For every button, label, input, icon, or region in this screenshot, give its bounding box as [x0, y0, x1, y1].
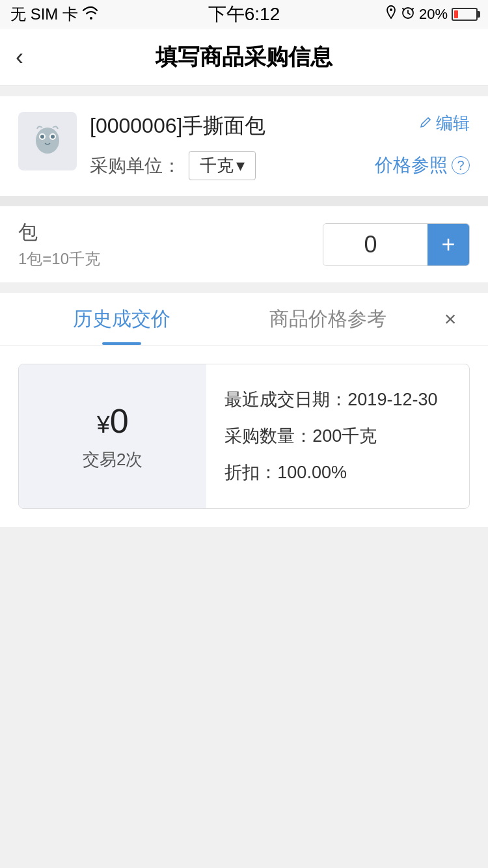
product-thumbnail: [18, 112, 77, 170]
section-divider: [0, 196, 488, 206]
quantity-label-area: 包 1包=10千克: [18, 219, 100, 269]
page-title: 填写商品采购信息: [156, 42, 332, 72]
location-icon: [385, 5, 397, 23]
svg-point-6: [51, 135, 55, 139]
quantity-unit-label: 包: [18, 219, 100, 246]
tab-history-price-label: 历史成交价: [73, 306, 170, 332]
discount-value: 100.00%: [277, 463, 347, 482]
price-ref-button[interactable]: 价格参照 ?: [375, 153, 470, 178]
discount-label: 折扣：: [224, 463, 277, 482]
purchase-qty-value: 200千克: [312, 426, 377, 446]
price-card-right: 最近成交日期：2019-12-30 采购数量：200千克 折扣：100.00%: [206, 364, 469, 508]
quantity-row: 包 1包=10千克 +: [0, 206, 488, 282]
tabs-header: 历史成交价 商品价格参考 ×: [0, 293, 488, 346]
price-card: ¥0 交易2次 最近成交日期：2019-12-30 采购数量：200千克 折扣：…: [18, 364, 470, 509]
product-info: [0000006]手撕面包 采购单位： 千克 ▾: [90, 112, 265, 180]
carrier-text: 无 SIM 卡: [10, 4, 78, 25]
back-button[interactable]: ‹: [16, 44, 23, 71]
battery-percent: 20%: [419, 6, 448, 23]
product-header: [0000006]手撕面包 采购单位： 千克 ▾ 编辑 价格参照: [18, 112, 470, 180]
tabs-content: ¥0 交易2次 最近成交日期：2019-12-30 采购数量：200千克 折扣：…: [0, 346, 488, 527]
svg-point-0: [390, 8, 392, 11]
purchase-qty-label: 采购数量：: [224, 426, 312, 446]
last-deal-date-row: 最近成交日期：2019-12-30: [224, 388, 451, 413]
tabs-section: 历史成交价 商品价格参考 × ¥0 交易2次 最近成交日期：2019-12-30…: [0, 293, 488, 527]
product-left: [0000006]手撕面包 采购单位： 千克 ▾: [18, 112, 265, 180]
quantity-control: +: [323, 223, 470, 266]
edit-label: 编辑: [436, 112, 470, 135]
price-amount: ¥0: [97, 401, 129, 441]
discount-row: 折扣：100.00%: [224, 461, 451, 485]
price-card-left: ¥0 交易2次: [19, 364, 206, 508]
tab-product-price-ref[interactable]: 商品价格参考: [224, 293, 431, 345]
help-icon: ?: [452, 156, 470, 174]
wifi-icon: [82, 5, 100, 23]
status-time: 下午6:12: [208, 2, 280, 27]
price-ref-label: 价格参照: [375, 153, 448, 178]
quantity-plus-button[interactable]: +: [427, 224, 469, 265]
last-deal-date: 2019-12-30: [347, 390, 437, 409]
tab-history-price[interactable]: 历史成交价: [18, 293, 224, 345]
product-name: [0000006]手撕面包: [90, 112, 265, 141]
unit-value: 千克: [200, 154, 234, 177]
close-icon: ×: [444, 307, 457, 331]
quantity-input[interactable]: [323, 224, 427, 265]
tab-product-price-ref-label: 商品价格参考: [269, 306, 386, 332]
currency-symbol: ¥: [97, 411, 110, 438]
status-right: 20%: [385, 5, 478, 23]
last-deal-label: 最近成交日期：: [224, 390, 347, 409]
price-value: 0: [110, 402, 129, 440]
unit-selector[interactable]: 千克 ▾: [189, 151, 256, 180]
alarm-icon: [401, 5, 415, 23]
dropdown-arrow: ▾: [236, 156, 245, 176]
bottom-area: [0, 527, 488, 868]
unit-label: 采购单位：: [90, 154, 181, 178]
edit-button[interactable]: 编辑: [419, 112, 470, 135]
svg-point-5: [40, 135, 44, 139]
product-section: [0000006]手撕面包 采购单位： 千克 ▾ 编辑 价格参照: [0, 96, 488, 196]
trade-count: 交易2次: [83, 448, 142, 471]
status-bar: 无 SIM 卡 下午6:12 20%: [0, 0, 488, 29]
purchase-qty-row: 采购数量：200千克: [224, 424, 451, 449]
nav-bar: ‹ 填写商品采购信息: [0, 29, 488, 86]
status-left: 无 SIM 卡: [10, 4, 100, 25]
tab-close-button[interactable]: ×: [431, 293, 470, 345]
quantity-conversion: 1包=10千克: [18, 249, 100, 269]
product-image-icon: [28, 120, 67, 163]
battery-icon: [452, 8, 478, 21]
product-unit-row: 采购单位： 千克 ▾: [90, 151, 265, 180]
product-right: 编辑 价格参照 ?: [375, 112, 470, 178]
svg-point-2: [36, 128, 59, 154]
